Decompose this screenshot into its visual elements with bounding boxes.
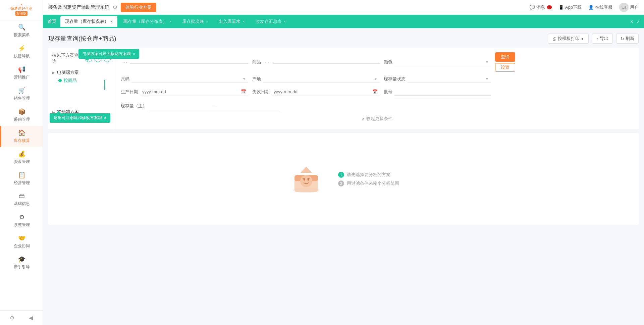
tab-close-icon[interactable]: ×	[243, 19, 245, 23]
app-logo-icon: 畅	[15, 4, 28, 5]
by-goods-label: 按商品	[64, 77, 77, 84]
settings-button[interactable]: 设置	[495, 63, 515, 72]
sidebar-item-inventory[interactable]: 🏠 库存核算	[0, 126, 43, 147]
header-cta-button[interactable]: 体验行业方案	[121, 3, 156, 12]
tab-inventory-status[interactable]: 现存量（库存状况表） ×	[60, 16, 117, 27]
query-button[interactable]: 查询	[495, 52, 515, 62]
production-date-calendar-icon[interactable]: 📅	[241, 89, 246, 94]
content-area: 1 请先选择要分析的方案 2 用过滤条件来缩小分析范围	[48, 133, 639, 225]
tab-close-icon[interactable]: ×	[206, 19, 208, 23]
marketing-nav-icon: 📢	[18, 66, 25, 73]
sidebar-settings-button[interactable]: ⚙	[10, 315, 14, 321]
header-gear-icon[interactable]: ⚙	[113, 4, 117, 10]
tooltip1-close[interactable]: ×	[133, 52, 135, 56]
inventory-status-label: 现存量状态	[384, 76, 406, 82]
production-date-input[interactable]	[142, 89, 241, 94]
empty-step-1: 1 请先选择要分析的方案	[338, 172, 399, 178]
goods-cell: 商品 ⋯	[252, 59, 380, 65]
finance-nav-icon: 💰	[18, 150, 25, 158]
svg-point-6	[304, 179, 305, 181]
header-app-download[interactable]: 📱 App下载	[558, 4, 582, 10]
tab-batch-account[interactable]: 库存批次账 ×	[177, 16, 213, 27]
empty-state: 1 请先选择要分析的方案 2 用过滤条件来缩小分析范围	[48, 133, 639, 225]
tabs-close-all-icon[interactable]: ✕	[630, 19, 634, 24]
sidebar-item-marketing[interactable]: 📢 营销推广	[0, 62, 43, 84]
tab-home[interactable]: 首页	[44, 18, 60, 24]
sidebar-item-purchase[interactable]: 📦 采购管理	[0, 105, 43, 126]
notifications-label: 消息	[536, 4, 545, 10]
batch-no-input-wrap	[394, 86, 491, 97]
tooltip2-close[interactable]: ×	[104, 116, 106, 120]
tab-close-icon[interactable]: ×	[111, 19, 113, 23]
batch-no-input[interactable]	[394, 88, 491, 96]
inventory-status-select[interactable]: ▼	[408, 75, 491, 83]
range-separator: —	[212, 103, 216, 108]
print-template-button[interactable]: 🖨 按模板打印 ▼	[548, 34, 589, 44]
sidebar-item-operations[interactable]: 📋 经营管理	[0, 168, 43, 189]
sidebar-item-quick[interactable]: ⚡ 快捷导航	[0, 41, 43, 62]
inventory-max-input[interactable]	[219, 102, 279, 110]
size-dropdown-icon: ▼	[242, 76, 246, 81]
svg-marker-10	[301, 167, 312, 173]
tabs-maximize-icon[interactable]: ⤢	[636, 19, 640, 24]
empty-illustration-wrap	[288, 160, 325, 198]
sidebar-item-search[interactable]: 🔍 搜索菜单	[0, 20, 43, 41]
tab-label: 收发存汇总表	[256, 18, 282, 24]
sidebar-item-label: 搜索菜单	[14, 32, 30, 38]
inventory-min-input[interactable]	[149, 102, 209, 110]
tab-inout-flow[interactable]: 出入库流水 ×	[214, 16, 249, 27]
expand-arrow-icon: ▶	[52, 71, 55, 74]
sidebar-item-sales[interactable]: 🛒 销售管理	[0, 84, 43, 105]
support-icon: 👤	[588, 5, 594, 10]
size-select[interactable]: ▼	[131, 75, 248, 83]
tab-collect-summary[interactable]: 收发存汇总表 ×	[251, 16, 290, 27]
refresh-button[interactable]: ↻ 刷新	[616, 34, 639, 44]
collapse-more-button[interactable]: ∧ 收起更多条件	[121, 113, 633, 124]
print-template-label: 按模板打印	[558, 36, 580, 42]
svg-point-5	[300, 175, 312, 187]
user-label: 用户	[630, 4, 639, 10]
export-label: 导出	[600, 36, 608, 42]
header-online-support[interactable]: 👤 在线客服	[588, 4, 612, 10]
tab-close-icon[interactable]: ×	[284, 19, 286, 23]
scheme-desktop[interactable]: ▶ 电脑端方案	[52, 68, 111, 76]
inv-status-dropdown-icon: ▼	[485, 76, 489, 81]
header-notifications[interactable]: 💬 消息 6	[530, 4, 552, 10]
scheme-by-goods[interactable]: 按商品	[58, 76, 111, 85]
warehouse-cell: ⋯	[121, 59, 248, 65]
phone-icon: 📱	[558, 5, 564, 10]
tab-close-icon[interactable]: ×	[169, 19, 171, 23]
filter-fields: ⋯ 商品 ⋯ 颜色 ▼	[115, 48, 639, 129]
filter-panel: 按以下方案查询 + ✎ ← 电脑方案可设为移动方案哦 ×	[48, 48, 639, 129]
basic-nav-icon: 🗃	[19, 193, 25, 200]
goods-dots[interactable]: ⋯	[263, 59, 271, 65]
logo-sub-tag: 标准版	[15, 11, 28, 16]
warehouse-dots[interactable]: ⋯	[121, 59, 129, 65]
sidebar-item-label: 经营管理	[14, 180, 30, 186]
origin-select[interactable]: ▼	[263, 75, 380, 83]
sidebar-item-label: 库存核算	[14, 138, 30, 144]
tab-label: 现存量（库存分布表）	[123, 18, 167, 24]
color-select[interactable]: ▼	[394, 58, 491, 66]
tooltip-desktop-scheme: 电脑方案可设为移动方案哦 ×	[78, 49, 139, 59]
expiry-date-input[interactable]	[274, 89, 372, 94]
header-user[interactable]: Ea 用户	[619, 3, 639, 12]
export-button[interactable]: ↑ 导出	[592, 34, 613, 44]
sidebar-item-finance[interactable]: 💰 资金管理	[0, 147, 43, 168]
sidebar-item-label: 采购管理	[14, 117, 30, 122]
goods-label: 商品	[252, 59, 261, 65]
sidebar-item-system[interactable]: ⚙ 系统管理	[0, 210, 43, 231]
inventory-status-cell: 现存量状态 ▼	[384, 75, 491, 83]
sidebar-item-enterprise[interactable]: 🤝 企业协同	[0, 231, 43, 252]
expiry-date-calendar-icon[interactable]: 📅	[372, 89, 378, 94]
tab-inventory-dist[interactable]: 现存量（库存分布表） ×	[119, 16, 176, 27]
filter-row-2: 尺码 ▼ 产地 ▼ 现存量状态	[121, 75, 633, 83]
sidebar-collapse-button[interactable]: ◀	[29, 315, 33, 321]
sidebar-item-basic[interactable]: 🗃 基础信息	[0, 189, 43, 210]
refresh-label: 刷新	[626, 36, 634, 42]
sidebar-item-guide[interactable]: 🎓 新手引导	[0, 252, 43, 273]
empty-step-2: 2 用过滤条件来缩小分析范围	[338, 180, 399, 186]
production-date-input-wrap: 📅	[140, 88, 248, 96]
system-nav-icon: ⚙	[19, 213, 24, 221]
tab-label: 出入库流水	[219, 18, 240, 24]
